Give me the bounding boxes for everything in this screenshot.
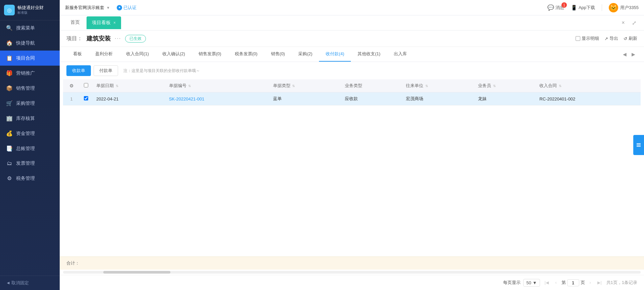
subtab-profit-label: 盈利分析 (95, 51, 113, 56)
export-button[interactable]: ↗ 导出 (604, 35, 618, 42)
toggle-note: 注：这里是与项目关联的全部收付款单哦～ (123, 68, 200, 74)
tab-close-icon[interactable]: × (113, 20, 116, 25)
window-close-button[interactable]: × (619, 18, 628, 27)
subtab-next-button[interactable]: ▶ (629, 50, 637, 58)
user-menu[interactable]: 🐱 用户3355 (609, 3, 639, 12)
per-page-select[interactable]: 50 ▼ (523, 279, 540, 287)
last-page-button[interactable]: ▶| (596, 279, 604, 287)
subtab-income-contract[interactable]: 收入合同(1) (119, 47, 156, 62)
td-type: 蓝单 (269, 92, 341, 105)
sidebar-item-inventory[interactable]: 🏢 库存核算 (0, 111, 60, 126)
subtab-purchase[interactable]: 采购(2) (291, 47, 319, 62)
sidebar-item-ledger[interactable]: 📑 总账管理 (0, 141, 60, 156)
sort-icon: ⇅ (188, 84, 191, 88)
app-download-label: App下载 (579, 5, 595, 11)
subtab-kanban[interactable]: 看板 (66, 47, 89, 62)
page-number-input[interactable] (567, 279, 579, 286)
unpin-button[interactable]: ◄ 取消固定 (0, 276, 60, 290)
project-more-icon[interactable]: ··· (115, 35, 121, 42)
sort-icon: ⇅ (292, 84, 295, 88)
subtab-other[interactable]: 其他收支(1) (351, 47, 387, 62)
right-panel-toggle[interactable] (633, 135, 644, 155)
table-row[interactable]: 1 2022-04-21 SK-20220421-001 蓝单 应收款 宏茂商场 (63, 92, 641, 105)
subtab-income-confirm[interactable]: 收入确认(2) (156, 47, 192, 62)
project-prefix: 项目： (66, 35, 83, 42)
sidebar-item-tax[interactable]: ⚙ 税务管理 (0, 171, 60, 186)
next-page-button[interactable]: › (586, 279, 594, 287)
payment-toggle-label: 付款单 (99, 68, 112, 73)
topbar-project[interactable]: 新服务官网演示账套 ▼ (65, 5, 110, 11)
content-area: 项目： 建筑安装 ··· 已生效 显示明细 ↗ 导出 ↺ 刷新 (60, 30, 644, 290)
subtab-receipts[interactable]: 收付款(4) (319, 47, 351, 62)
sidebar-item-purchase[interactable]: 🛒 采购管理 (0, 96, 60, 111)
th-income-contract[interactable]: 收入合同 ⇅ (535, 79, 641, 92)
message-badge: 1 (561, 2, 567, 8)
chevron-down-icon[interactable]: ▼ (106, 6, 110, 10)
message-button[interactable]: 💬 消息 1 (547, 4, 564, 11)
receipt-toggle-button[interactable]: 收款单 (66, 65, 91, 76)
row-checkbox[interactable] (84, 96, 88, 100)
subtab-sales[interactable]: 销售(0) (264, 47, 292, 62)
th-income-contract-label: 收入合同 (539, 83, 557, 88)
sidebar-item-label: 采购管理 (16, 100, 35, 106)
tab-project-board[interactable]: 项目看板 × (87, 16, 121, 29)
th-date-label: 单据日期 (96, 83, 114, 88)
td-income-contract: RC-20220401-002 (535, 92, 641, 105)
subtab-income-confirm-label: 收入确认(2) (162, 51, 185, 56)
sidebar-item-search[interactable]: 🔍 搜索菜单 (0, 20, 60, 35)
th-settings[interactable]: ⚙ (63, 79, 80, 92)
payment-toggle-button[interactable]: 付款单 (94, 65, 118, 76)
refresh-button[interactable]: ↺ 刷新 (624, 35, 637, 42)
sidebar-item-quicknav[interactable]: 🏠 快捷导航 (0, 35, 60, 51)
th-type[interactable]: 单据类型 ⇅ (269, 79, 341, 92)
inventory-icon: 🏢 (6, 115, 13, 122)
select-all-checkbox[interactable] (84, 83, 88, 87)
subtab-tax-invoice[interactable]: 税务发票(0) (228, 47, 264, 62)
th-type-label: 单据类型 (273, 83, 290, 88)
show-detail-checkbox[interactable] (576, 36, 580, 41)
sidebar-item-invoice[interactable]: 🗂 发票管理 (0, 156, 60, 171)
data-table: ⚙ 单据日期 ⇅ 单据编号 ⇅ (63, 79, 641, 105)
subtab-inout[interactable]: 出入库 (387, 47, 414, 62)
first-page-button[interactable]: |◀ (543, 279, 551, 287)
td-number[interactable]: SK-20220421-001 (165, 92, 269, 105)
th-biz-type: 业务类型 (341, 79, 402, 92)
td-checkbox[interactable] (80, 92, 92, 105)
subtab-sales-invoice[interactable]: 销售发票(0) (192, 47, 228, 62)
last-page-icon: ▶| (597, 280, 601, 285)
summary-row: 合计： (60, 257, 644, 270)
scrollbar-thumb[interactable] (103, 271, 170, 274)
receipt-toggle-label: 收款单 (72, 68, 85, 73)
subtab-income-contract-label: 收入合同(1) (126, 51, 149, 56)
sidebar: ◎ 畅捷通好业财 标准版 🔍 搜索菜单 🏠 快捷导航 📋 项目合同 🎁 营销推广… (0, 0, 60, 290)
data-table-container: ⚙ 单据日期 ⇅ 单据编号 ⇅ (60, 79, 644, 257)
document-number-link[interactable]: SK-20220421-001 (169, 96, 205, 101)
settings-icon[interactable]: ⚙ (69, 83, 74, 88)
pagination: 每页显示 50 ▼ |◀ ‹ 第 页 › (60, 275, 644, 290)
th-number[interactable]: 单据编号 ⇅ (165, 79, 269, 92)
show-detail-action[interactable]: 显示明细 (576, 35, 599, 42)
invoice-icon: 🗂 (6, 160, 13, 166)
unpin-label: ◄ 取消固定 (6, 280, 29, 286)
subtab-purchase-label: 采购(2) (298, 51, 312, 56)
contract-icon: 📋 (6, 55, 13, 61)
th-date[interactable]: 单据日期 ⇅ (92, 79, 165, 92)
tab-home[interactable]: 首页 (65, 15, 85, 30)
subtab-prev-button[interactable]: ◀ (621, 50, 629, 58)
subtabs: 看板 盈利分析 收入合同(1) 收入确认(2) 销售发票(0) 税务发票(0) … (60, 47, 644, 62)
th-partner[interactable]: 往来单位 ⇅ (402, 79, 474, 92)
user-label: 用户3355 (620, 5, 639, 11)
sidebar-item-marketing[interactable]: 🎁 营销推广 (0, 66, 60, 81)
horizontal-scrollbar[interactable] (60, 270, 644, 275)
app-download-button[interactable]: 📱 App下载 (571, 5, 595, 11)
window-maximize-button[interactable]: ⤢ (629, 18, 639, 27)
prev-page-button[interactable]: ‹ (552, 279, 560, 287)
sidebar-item-sales[interactable]: 📦 销售管理 (0, 81, 60, 96)
sidebar-item-contract[interactable]: 📋 项目合同 (0, 51, 60, 66)
sidebar-item-label: 营销推广 (16, 70, 35, 76)
subtab-profit[interactable]: 盈利分析 (89, 47, 119, 62)
th-checkbox[interactable] (80, 79, 92, 92)
sidebar-item-finance[interactable]: 💰 资金管理 (0, 126, 60, 141)
sidebar-item-label: 资金管理 (16, 131, 35, 137)
th-salesman[interactable]: 业务员 ⇅ (474, 79, 535, 92)
